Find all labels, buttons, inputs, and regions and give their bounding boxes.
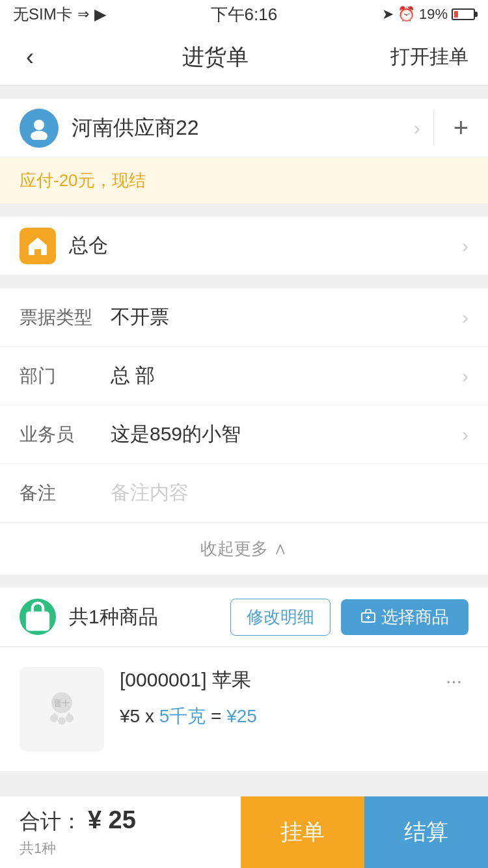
cart-icon [360,609,376,625]
warehouse-row[interactable]: 总仓 › [0,217,488,275]
section-gap-3 [0,275,488,288]
home-icon [27,235,49,257]
product-placeholder-icon: 晋十 [36,683,88,735]
product-count-label: 共1种商品 [69,604,230,631]
checkout-button[interactable]: 结算 [364,796,488,868]
supplier-name: 河南供应商22 [72,114,414,142]
supplier-avatar [20,109,59,148]
product-name: [0000001] 苹果 [120,667,424,694]
select-product-button[interactable]: 选择商品 [341,599,468,635]
carrier-label: 无SIM卡 [13,4,72,25]
add-supplier-button[interactable]: + [454,113,468,142]
product-name-text: 苹果 [212,669,251,690]
product-more-button[interactable]: ··· [439,667,468,694]
alarm-icon: ⏰ [398,6,415,23]
svg-text:晋十: 晋十 [54,699,70,708]
section-gap-4 [0,575,488,588]
warehouse-section: 总仓 › [0,217,488,275]
product-section: 共1种商品 修改明细 选择商品 [0,588,488,646]
invoice-type-label: 票据类型 [20,305,111,330]
total-count: 共1种 [20,839,221,858]
remark-row[interactable]: 备注 备注内容 [0,464,488,522]
nav-bar: ‹ 进货单 打开挂单 [0,29,488,86]
salesperson-label: 业务员 [20,422,111,447]
svg-point-7 [58,717,66,725]
total-amount: 合计： ¥ 25 [20,806,221,836]
total-section: 合计： ¥ 25 共1种 [0,806,241,858]
department-chevron-icon: › [462,365,468,387]
bottom-bar: 合计： ¥ 25 共1种 挂单 结算 [0,796,488,868]
svg-rect-2 [26,612,49,631]
wifi-label: ▶︎ [94,5,106,23]
bag-icon [20,599,56,635]
status-left: 无SIM卡 ⇒ ▶︎ [13,4,106,25]
page-title: 进货单 [182,42,249,72]
hang-order-button[interactable]: 挂单 [241,796,364,868]
product-thumbnail: 晋十 [20,667,104,752]
section-gap-1 [0,86,488,99]
remark-label: 备注 [20,481,111,506]
select-product-label: 选择商品 [381,606,449,629]
collapse-button[interactable]: 收起更多 ∧ [0,522,488,575]
product-info: [0000001] 苹果 ¥5 x 5千克 = ¥25 [120,667,424,729]
location-icon: ➤ [382,6,394,23]
total-value: ¥ 25 [88,806,136,834]
person-icon [27,116,51,140]
section-gap-2 [0,204,488,217]
battery-label: 19% [419,6,448,23]
product-item: 晋十 [0000001] 苹果 ¥5 x 5千克 = ¥25 ··· [0,647,488,771]
divider [433,112,434,144]
warehouse-label: 总仓 [69,232,462,259]
product-code: [0000001] [120,669,206,690]
equals-sign: = [211,706,226,726]
product-header: 共1种商品 修改明细 选择商品 [0,588,488,646]
salesperson-chevron-icon: › [462,424,468,446]
notice-bar: 应付-20元，现结 [0,157,488,204]
department-row[interactable]: 部门 总 部 › [0,347,488,405]
department-value: 总 部 [111,362,462,389]
wifi-icon: ⇒ [77,6,89,23]
product-icon [20,599,56,635]
unit-price: ¥5 [120,706,140,726]
salesperson-value: 这是859的小智 [111,421,462,448]
svg-point-1 [31,131,47,140]
time-label: 下午6:16 [211,3,278,26]
warehouse-icon [20,228,56,264]
invoice-type-row[interactable]: 票据类型 不开票 › [0,288,488,347]
form-section: 票据类型 不开票 › 部门 总 部 › 业务员 这是859的小智 › 备注 备注… [0,288,488,575]
status-right: ➤ ⏰ 19% [382,6,475,23]
total-label: 合计： [20,809,82,833]
invoice-type-value: 不开票 [111,304,462,331]
department-label: 部门 [20,364,111,388]
supplier-chevron-icon: › [414,117,420,139]
line-total: ¥25 [226,706,257,726]
edit-detail-button[interactable]: 修改明细 [230,599,331,636]
back-button[interactable]: ‹ [20,37,40,77]
status-bar: 无SIM卡 ⇒ ▶︎ 下午6:16 ➤ ⏰ 19% [0,0,488,29]
remark-input[interactable]: 备注内容 [111,480,468,506]
salesperson-row[interactable]: 业务员 这是859的小智 › [0,405,488,464]
supplier-section: 河南供应商22 › + 应付-20元，现结 [0,99,488,204]
multiply-sign: x [145,706,159,726]
warehouse-chevron-icon: › [462,235,468,257]
battery-icon [452,8,475,20]
quantity: 5千克 [159,706,206,726]
product-price: ¥5 x 5千克 = ¥25 [120,704,424,729]
open-pending-button[interactable]: 打开挂单 [390,44,468,70]
supplier-row[interactable]: 河南供应商22 › + [0,99,488,157]
svg-point-0 [34,120,44,130]
invoice-type-chevron-icon: › [462,306,468,329]
